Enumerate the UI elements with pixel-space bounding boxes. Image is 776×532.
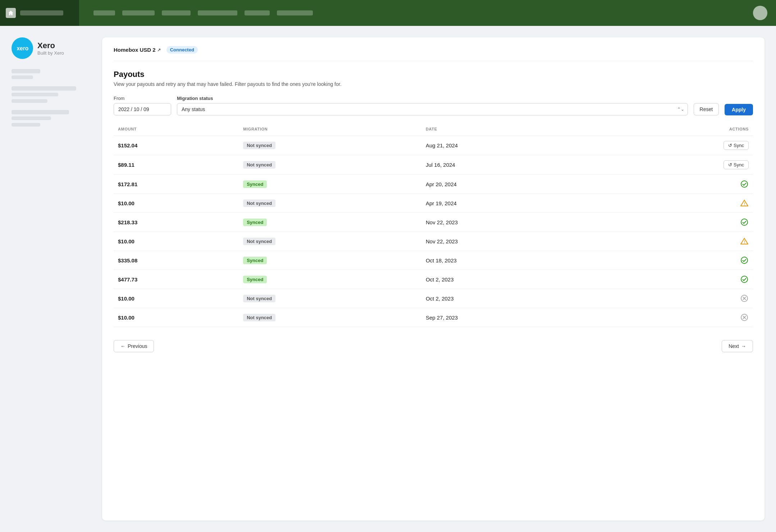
previous-button[interactable]: ← Previous — [114, 340, 154, 352]
table-row: $477.73SyncedOct 2, 2023 — [114, 270, 753, 289]
sidebar-group-2 — [12, 86, 91, 103]
sync-button[interactable]: ↺ Sync — [723, 160, 749, 169]
date-cell: Oct 18, 2023 — [421, 251, 603, 270]
payouts-description: View your payouts and retry any that may… — [114, 81, 753, 87]
amount-cell: $10.00 — [114, 308, 239, 327]
nav-item-5[interactable] — [245, 10, 270, 15]
user-avatar[interactable] — [753, 6, 767, 20]
main-layout: xero Xero Built by Xero — [0, 26, 776, 532]
migration-badge: Not synced — [243, 200, 275, 207]
svg-text:xero: xero — [17, 45, 28, 51]
connection-header: Homebox USD 2 ↗ Connected — [114, 46, 753, 61]
sidebar-placeholder-6 — [12, 110, 69, 114]
date-cell: Oct 2, 2023 — [421, 289, 603, 308]
status-label: Migration status — [177, 96, 688, 101]
date-cell: Sep 27, 2023 — [421, 308, 603, 327]
sidebar-group-1 — [12, 69, 91, 79]
date-cell: Oct 2, 2023 — [421, 270, 603, 289]
action-cell[interactable]: ↺ Sync — [603, 136, 753, 155]
sync-icon: ↺ — [728, 143, 732, 148]
payouts-table: Amount Migration Date Actions $152.04Not… — [114, 124, 753, 327]
warning-icon: ! — [740, 199, 749, 207]
xero-brand: xero Xero Built by Xero — [12, 37, 91, 59]
action-cell — [603, 213, 753, 232]
col-migration: Migration — [239, 124, 421, 136]
action-cell[interactable]: ↺ Sync — [603, 155, 753, 175]
sidebar-placeholder-5 — [12, 99, 47, 103]
payouts-title: Payouts — [114, 70, 753, 79]
table-row: $10.00Not syncedNov 22, 2023! — [114, 232, 753, 251]
date-cell: Nov 22, 2023 — [421, 232, 603, 251]
amount-cell: $152.04 — [114, 136, 239, 155]
check-circle-icon — [740, 275, 749, 284]
amount-cell: $218.33 — [114, 213, 239, 232]
app-name: Xero — [37, 41, 64, 50]
nav-item-1[interactable] — [93, 10, 115, 15]
action-cell: ! — [603, 194, 753, 213]
table-row: $335.08SyncedOct 18, 2023 — [114, 251, 753, 270]
migration-cell: Synced — [239, 213, 421, 232]
amount-cell: $172.81 — [114, 175, 239, 194]
migration-cell: Not synced — [239, 155, 421, 175]
status-select[interactable]: Any status Synced Not synced — [177, 103, 688, 115]
sync-icon: ↺ — [728, 162, 732, 168]
connection-link-text: Homebox USD 2 — [114, 47, 156, 53]
sync-button[interactable]: ↺ Sync — [723, 141, 749, 150]
svg-text:!: ! — [744, 202, 745, 206]
svg-point-8 — [741, 276, 748, 283]
connection-link[interactable]: Homebox USD 2 ↗ — [114, 47, 161, 53]
check-circle-icon — [740, 180, 749, 188]
content-area: Homebox USD 2 ↗ Connected Payouts View y… — [102, 37, 764, 520]
sidebar-placeholder-7 — [12, 116, 51, 120]
date-cell: Apr 19, 2024 — [421, 194, 603, 213]
migration-badge: Synced — [243, 219, 267, 226]
reset-button[interactable]: Reset — [694, 103, 719, 115]
migration-badge: Synced — [243, 180, 267, 188]
next-button[interactable]: Next → — [722, 340, 753, 352]
top-nav — [0, 0, 776, 26]
date-cell: Nov 22, 2023 — [421, 213, 603, 232]
from-date-input[interactable] — [114, 103, 171, 115]
warning-icon: ! — [740, 237, 749, 246]
action-cell: ! — [603, 232, 753, 251]
x-circle-icon — [740, 313, 749, 322]
action-cell — [603, 270, 753, 289]
date-cell: Jul 16, 2024 — [421, 155, 603, 175]
from-label: From — [114, 96, 171, 101]
table-row: $10.00Not syncedOct 2, 2023 — [114, 289, 753, 308]
migration-badge: Not synced — [243, 295, 275, 302]
sidebar: xero Xero Built by Xero — [12, 37, 91, 520]
svg-text:!: ! — [744, 240, 745, 244]
nav-item-4[interactable] — [198, 10, 237, 15]
nav-brand-placeholder — [20, 10, 63, 15]
table-body: $152.04Not syncedAug 21, 2024↺ Sync$89.1… — [114, 136, 753, 327]
svg-point-7 — [741, 257, 748, 263]
nav-item-3[interactable] — [162, 10, 191, 15]
nav-item-6[interactable] — [277, 10, 313, 15]
prev-arrow-icon: ← — [120, 343, 125, 349]
home-icon[interactable] — [6, 8, 16, 18]
table-row: $218.33SyncedNov 22, 2023 — [114, 213, 753, 232]
check-circle-icon — [740, 218, 749, 226]
amount-cell: $10.00 — [114, 232, 239, 251]
svg-point-4 — [741, 219, 748, 225]
migration-cell: Not synced — [239, 289, 421, 308]
table-header: Amount Migration Date Actions — [114, 124, 753, 136]
apply-button[interactable]: Apply — [725, 104, 753, 115]
action-cell — [603, 289, 753, 308]
from-filter-group: From — [114, 96, 171, 115]
sidebar-placeholder-3 — [12, 86, 76, 91]
sidebar-placeholder-8 — [12, 123, 40, 127]
previous-label: Previous — [128, 343, 147, 349]
status-select-wrapper: Any status Synced Not synced ⌃⌄ — [177, 103, 688, 115]
external-link-icon: ↗ — [157, 47, 161, 52]
sidebar-group-3 — [12, 110, 91, 127]
next-label: Next — [729, 343, 739, 349]
amount-cell: $335.08 — [114, 251, 239, 270]
svg-point-1 — [741, 181, 748, 187]
amount-cell: $477.73 — [114, 270, 239, 289]
nav-item-2[interactable] — [122, 10, 155, 15]
migration-badge: Not synced — [243, 142, 275, 149]
table-row: $172.81SyncedApr 20, 2024 — [114, 175, 753, 194]
migration-cell: Synced — [239, 251, 421, 270]
